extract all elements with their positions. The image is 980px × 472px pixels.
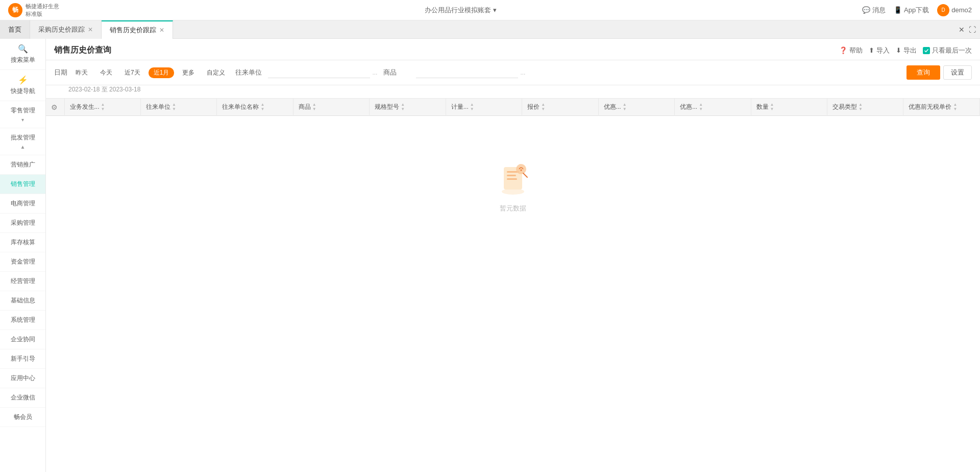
tab-sales-history-close[interactable]: ✕	[159, 27, 164, 34]
msg-button[interactable]: 💬 消息	[862, 6, 886, 15]
tabbar-actions: ✕ ⛶	[959, 26, 980, 34]
sidebar-item-operation[interactable]: 经营管理	[0, 272, 45, 291]
page-header: 销售历史价查询 ❓ 帮助 ⬆ 导入 ⬇ 导出	[46, 39, 980, 60]
th-biz-date[interactable]: 业务发生... ▲ ▼	[64, 99, 140, 116]
sidebar-item-ecommerce[interactable]: 电商管理	[0, 194, 45, 214]
sidebar-item-quick-nav[interactable]: ⚡ 快捷导航	[0, 70, 45, 101]
sidebar-item-vip[interactable]: 畅会员	[0, 408, 45, 427]
table-header-row: ⚙ 业务发生... ▲ ▼	[46, 99, 980, 116]
logo-text: 畅捷通好生意 标准版	[26, 3, 59, 17]
goods-filter-group: 商品 ...	[383, 67, 525, 78]
sort-arrows-discount1: ▲ ▼	[623, 103, 627, 111]
logo-icon: 畅	[8, 3, 22, 17]
data-table: ⚙ 业务发生... ▲ ▼	[46, 99, 980, 116]
sidebar-item-corp-wechat[interactable]: 企业微信	[0, 388, 45, 408]
filter-actions: 查询 设置	[906, 65, 972, 80]
close-all-tabs-button[interactable]: ✕	[959, 26, 965, 34]
date-custom-btn[interactable]: 自定义	[203, 67, 229, 78]
sidebar-item-app-center[interactable]: 应用中心	[0, 369, 45, 388]
date-last7-btn[interactable]: 近7天	[120, 67, 144, 78]
th-discount1[interactable]: 优惠... ▲ ▼	[598, 99, 674, 116]
search-icon: 🔍	[18, 44, 28, 54]
th-counterpart-name[interactable]: 往来单位名称 ▲ ▼	[217, 99, 293, 116]
fullscreen-button[interactable]: ⛶	[969, 26, 976, 34]
th-settings: ⚙	[46, 99, 64, 116]
help-button[interactable]: ❓ 帮助	[839, 46, 863, 55]
counterpart-input[interactable]	[268, 67, 370, 78]
svg-point-5	[516, 164, 526, 174]
tab-purchase-history-close[interactable]: ✕	[88, 26, 93, 33]
sidebar: 🔍 搜索菜单 ⚡ 快捷导航 零售管理 ▾ 批发管理 ▲ 营销推广 销售管理 电商…	[0, 39, 46, 472]
filter-bar: 日期 昨天 今天 近7天 近1月 更多 自定义 往来单位 ... 商品 ... …	[46, 60, 980, 85]
sidebar-item-retail[interactable]: 零售管理 ▾	[0, 101, 45, 128]
th-trade-type[interactable]: 交易类型 ▲ ▼	[827, 99, 903, 116]
sidebar-item-marketing[interactable]: 营销推广	[0, 155, 45, 175]
tabbar: 首页 采购历史价跟踪 ✕ 销售历史价跟踪 ✕ ✕ ⛶	[0, 20, 980, 39]
sidebar-item-sales-mgmt[interactable]: 销售管理	[0, 175, 45, 194]
date-range-row: 2023-02-18 至 2023-03-18	[46, 85, 980, 99]
only-last-checkbox[interactable]	[923, 47, 930, 54]
th-goods[interactable]: 商品 ▲ ▼	[293, 99, 369, 116]
import-button[interactable]: ⬆ 导入	[869, 46, 890, 55]
counterpart-filter-group: 往来单位 ...	[235, 67, 377, 78]
sidebar-item-basic-info[interactable]: 基础信息	[0, 291, 45, 311]
sidebar-item-inventory[interactable]: 库存核算	[0, 233, 45, 252]
th-counterpart-code[interactable]: 往来单位 ▲ ▼	[140, 99, 216, 116]
th-pre-tax-price[interactable]: 优惠前无税单价 ▲ ▼	[903, 99, 980, 116]
user-menu[interactable]: D demo2	[937, 4, 972, 16]
goods-expand-icon[interactable]: ...	[520, 69, 525, 76]
date-today-btn[interactable]: 今天	[96, 67, 116, 78]
app-download-button[interactable]: 📱 App下载	[894, 6, 929, 15]
import-icon: ⬆	[869, 46, 874, 54]
empty-icon	[493, 157, 533, 198]
date-yesterday-btn[interactable]: 昨天	[71, 67, 92, 78]
tab-purchase-history[interactable]: 采购历史价跟踪 ✕	[30, 20, 102, 39]
th-unit[interactable]: 计量... ▲ ▼	[446, 99, 522, 116]
query-button[interactable]: 查询	[906, 65, 940, 80]
tab-sales-history[interactable]: 销售历史价跟踪 ✕	[102, 20, 173, 39]
topbar-company-dropdown[interactable]: 办公用品行业模拟账套 ▾	[425, 6, 497, 15]
sort-arrows-counterpart-code: ▲ ▼	[172, 103, 176, 111]
sort-arrows-discount2: ▲ ▼	[699, 103, 703, 111]
date-range-text: 2023-02-18 至 2023-03-18	[68, 85, 140, 94]
sort-arrows-unit: ▲ ▼	[470, 103, 474, 111]
sidebar-item-wholesale[interactable]: 批发管理 ▲	[0, 128, 45, 155]
date-last1m-btn[interactable]: 近1月	[149, 67, 175, 78]
sort-arrows-pre-tax-price: ▲ ▼	[953, 103, 957, 111]
date-filter-group: 日期 昨天 今天 近7天 近1月 更多 自定义	[54, 67, 229, 78]
svg-rect-4	[507, 178, 517, 180]
quick-nav-icon: ⚡	[18, 75, 28, 85]
sidebar-item-search[interactable]: 🔍 搜索菜单	[0, 39, 45, 70]
gear-icon[interactable]: ⚙	[51, 103, 58, 111]
th-discount2[interactable]: 优惠... ▲ ▼	[675, 99, 751, 116]
msg-icon: 💬	[862, 6, 870, 14]
export-button[interactable]: ⬇ 导出	[896, 46, 917, 55]
sort-arrows-price: ▲ ▼	[541, 103, 545, 111]
svg-point-6	[521, 170, 522, 171]
sidebar-item-cooperation[interactable]: 企业协同	[0, 330, 45, 349]
page-header-actions: ❓ 帮助 ⬆ 导入 ⬇ 导出 只看最后一次	[839, 46, 972, 55]
retail-arrow-icon: ▾	[21, 117, 24, 123]
sort-arrows-biz-date: ▲ ▼	[101, 103, 105, 111]
sort-arrows-counterpart-name: ▲ ▼	[260, 103, 264, 111]
sidebar-item-purchase[interactable]: 采购管理	[0, 214, 45, 233]
sidebar-item-newbie[interactable]: 新手引导	[0, 349, 45, 369]
counterpart-expand-icon[interactable]: ...	[372, 69, 377, 76]
th-price[interactable]: 报价 ▲ ▼	[522, 99, 598, 116]
topbar: 畅 畅捷通好生意 标准版 办公用品行业模拟账套 ▾ 💬 消息 📱 App下载 D…	[0, 0, 980, 20]
topbar-right: 💬 消息 📱 App下载 D demo2	[862, 4, 972, 16]
th-spec[interactable]: 规格型号 ▲ ▼	[370, 99, 446, 116]
avatar: D	[937, 4, 949, 16]
th-quantity[interactable]: 数量 ▲ ▼	[751, 99, 827, 116]
wholesale-arrow-icon: ▲	[20, 144, 26, 150]
tab-home[interactable]: 首页	[0, 20, 30, 39]
settings-button[interactable]: 设置	[943, 65, 972, 80]
svg-rect-3	[507, 175, 516, 176]
sidebar-item-system[interactable]: 系统管理	[0, 311, 45, 330]
goods-input[interactable]	[416, 67, 518, 78]
only-last-checkbox-area[interactable]: 只看最后一次	[923, 46, 972, 55]
date-more-btn[interactable]: 更多	[178, 67, 199, 78]
export-icon: ⬇	[896, 46, 901, 54]
topbar-left: 畅 畅捷通好生意 标准版	[8, 3, 59, 17]
sidebar-item-finance[interactable]: 资金管理	[0, 252, 45, 272]
